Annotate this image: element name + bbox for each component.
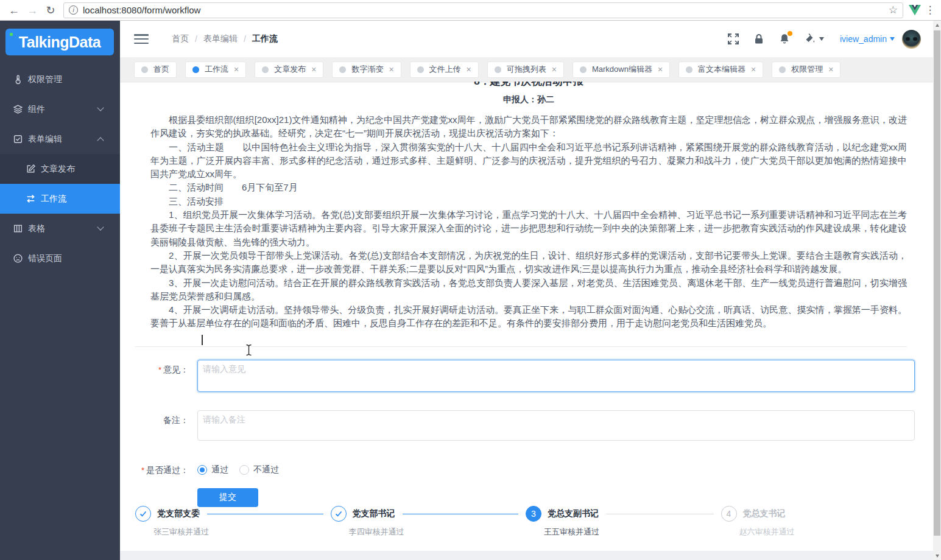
page-content: 8：建党节庆祝活动申报 申报人：孙二 根据县委组织部(组织[20xx]21)文件… [120,82,933,551]
header-actions: iview_admin [714,30,921,49]
talkingdata-logo[interactable]: TalkingData [5,29,114,55]
sidebar-item-tables[interactable]: 表格 [0,214,120,243]
tab-file-upload[interactable]: 文件上传 × [410,61,479,78]
tab-dot-icon [495,66,501,73]
close-icon[interactable]: × [234,65,239,74]
close-icon[interactable]: × [658,65,663,74]
avatar[interactable] [902,30,921,49]
step-content: 张三审核并通过 [153,527,331,537]
remark-textarea[interactable] [197,410,915,441]
browser-refresh-icon[interactable]: ↻ [41,1,60,19]
user-menu[interactable]: iview_admin [840,30,921,49]
sidebar-item-components[interactable]: 组件 [0,94,120,124]
opinion-textarea[interactable] [197,360,915,392]
lock-icon[interactable] [753,33,765,45]
step-1: 党支部支委 张三审核并通过 [135,506,331,537]
radio-pass-label[interactable]: 通过 [211,464,228,475]
sidebar-item-permission[interactable]: 权限管理 [0,65,120,94]
article-paragraph: 二、活动时间 6月下旬至7月 [150,181,907,194]
chevron-down-icon [97,104,104,111]
tab-markdown-editor[interactable]: Markdown编辑器 × [573,61,670,78]
sidebar-item-label: 文章发布 [41,164,75,175]
scroll-up-arrow-icon[interactable] [933,21,941,29]
remark-control [197,410,915,443]
close-icon[interactable]: × [828,65,833,74]
edit-icon [26,164,36,174]
article-body: 根据县委组织部(组织[20xx]21)文件通知精神，为纪念中国共产党建党xx周年… [150,113,907,331]
step-title: 党支部支委 [157,508,200,519]
checkbox-icon [13,134,23,144]
step-number: 4 [721,506,737,522]
bell-icon[interactable] [778,33,791,45]
browser-back-icon[interactable]: ← [5,1,23,19]
breadcrumb-home[interactable]: 首页 [172,33,189,44]
bookmark-star-icon[interactable]: ☆ [889,4,898,16]
tab-article-publish[interactable]: 文章发布 × [255,61,323,78]
hamburger-menu-icon[interactable] [134,34,149,44]
step-connector [207,514,323,514]
tab-dot-icon [262,66,269,73]
address-bar[interactable]: i localhost:8080/form/workflow ☆ [63,2,903,18]
breadcrumb-separator: / [244,34,246,44]
page-scrollbar[interactable] [933,21,941,560]
opinion-control [197,360,915,394]
app-window: TalkingData 权限管理 组件 [0,21,941,560]
sidebar-item-form-edit[interactable]: 表单编辑 [0,124,120,154]
tab-number-gradient[interactable]: 数字渐变 × [332,61,401,78]
tab-dot-icon [779,66,786,73]
radio-pass[interactable] [197,465,207,475]
screen: ← → ↻ i localhost:8080/form/workflow ☆ ⋮… [0,0,941,560]
article-paragraph: 一、活动主题 以中国特色社会主义理论为指导，深入贯彻落实党的十八大、十八届四中全… [150,141,907,181]
tab-draggable-list[interactable]: 可拖拽列表 × [487,61,564,78]
close-icon[interactable]: × [467,65,471,74]
step-title: 党支部书记 [353,508,395,519]
close-icon[interactable]: × [389,65,393,74]
close-icon[interactable]: × [751,65,756,74]
submit-button[interactable]: 提交 [197,488,258,507]
sidebar-item-workflow[interactable]: 工作流 [0,184,120,214]
breadcrumb-form-edit[interactable]: 表单编辑 [203,33,238,44]
logo-accent-dot [10,33,13,36]
step-2: 党支部书记 李四审核并通过 [331,506,526,537]
error-face-icon [13,253,23,264]
logo-text: TalkingData [19,33,100,51]
radio-fail-label[interactable]: 不通过 [253,464,279,475]
workflow-article: 8：建党节庆祝活动申报 申报人：孙二 根据县委组织部(组织[20xx]21)文件… [120,82,933,331]
article-paragraph: 1、组织党员开展一次集体学习活动。各党(总)支部要组织开展一次集体学习讨论，重点… [150,208,907,249]
browser-forward-icon[interactable]: → [23,1,41,19]
opinion-row: *意见： [120,360,915,394]
sidebar-item-label: 权限管理 [28,74,62,85]
fullscreen-icon[interactable] [727,33,739,45]
tab-label: 工作流 [205,64,228,75]
tab-richtext-editor[interactable]: 富文本编辑器 × [678,61,763,78]
vue-devtools-icon[interactable] [908,4,922,16]
breadcrumb: 首页 / 表单编辑 / 工作流 [172,33,278,44]
tab-home[interactable]: 首页 [134,61,177,78]
sidebar-item-error-pages[interactable]: 错误页面 [0,243,120,273]
tab-workflow[interactable]: 工作流 × [185,61,246,78]
article-paragraph: 2、开展一次党员领导干部带头上党课活动。各党(总)支部结合本支部情况，为庆祝党的… [150,249,907,276]
tag-bar: 首页 工作流 × 文章发布 × 数字渐变 × [120,57,933,82]
approval-steps: 党支部支委 张三审核并通过 党支部书记 李四审核 [135,506,916,537]
app-header: 首页 / 表单编辑 / 工作流 [120,21,933,57]
step-check-icon [135,506,151,522]
site-info-icon[interactable]: i [69,5,78,15]
browser-menu-icon[interactable]: ⋮ [922,4,939,16]
theme-bucket-icon[interactable] [804,33,824,45]
scrollbar-thumb[interactable] [934,30,940,536]
scroll-down-arrow-icon[interactable] [933,551,941,560]
close-icon[interactable]: × [311,65,316,74]
close-icon[interactable]: × [552,65,557,74]
step-check-icon [331,506,347,522]
step-title: 党总支副书记 [548,508,599,519]
sidebar-item-label: 工作流 [41,194,66,205]
url-text[interactable]: localhost:8080/form/workflow [83,5,884,15]
remark-row: 备注： [120,410,915,443]
step-content: 王五审核并通过 [544,527,721,537]
radio-fail[interactable] [239,465,249,475]
sidebar-item-article-publish[interactable]: 文章发布 [0,154,120,184]
tab-permission[interactable]: 权限管理 × [772,61,841,78]
tab-label: 文章发布 [274,64,306,75]
tab-label: Markdown编辑器 [592,64,652,75]
step-connector [606,514,714,514]
